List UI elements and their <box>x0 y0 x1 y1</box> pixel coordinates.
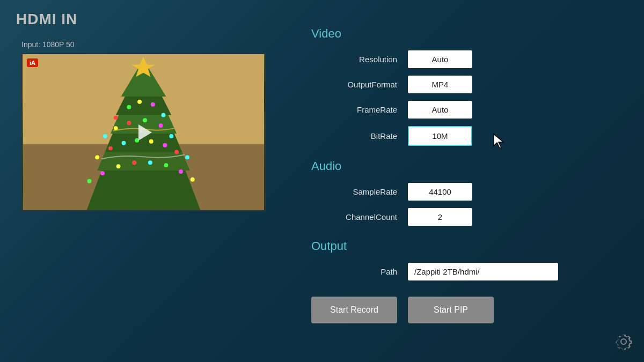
svg-point-23 <box>122 141 126 145</box>
output-section-header: Output <box>311 239 623 253</box>
ia-badge: iA <box>27 58 38 67</box>
bitrate-label: BitRate <box>311 131 408 141</box>
svg-point-30 <box>100 171 105 175</box>
outputformat-row: OutputFormat MP4 <box>311 76 623 93</box>
svg-point-22 <box>108 146 113 151</box>
svg-point-21 <box>95 155 99 159</box>
channelcount-row: ChannelCount 2 <box>311 208 623 226</box>
svg-point-32 <box>132 160 136 165</box>
outputformat-label: OutputFormat <box>311 80 408 89</box>
resolution-row: Resolution Auto <box>311 50 623 68</box>
path-row: Path /Zappiti 2TB/hdmi/ <box>311 263 623 280</box>
svg-point-11 <box>127 105 131 109</box>
page-title: HDMI IN <box>16 11 77 27</box>
header: HDMI IN <box>16 11 77 28</box>
video-section-header: Video <box>311 27 623 41</box>
path-label: Path <box>311 267 408 276</box>
svg-point-15 <box>103 134 107 138</box>
svg-point-29 <box>87 179 91 183</box>
framerate-row: FrameRate Auto <box>311 101 623 119</box>
resolution-value[interactable]: Auto <box>408 50 472 68</box>
svg-point-14 <box>162 113 166 117</box>
video-preview: iA <box>21 53 266 211</box>
svg-point-20 <box>169 134 173 138</box>
svg-point-35 <box>179 169 183 174</box>
play-icon <box>138 124 152 141</box>
input-label: Input: 1080P 50 <box>21 40 266 49</box>
channelcount-value[interactable]: 2 <box>408 208 472 226</box>
audio-section-header: Audio <box>311 159 623 173</box>
svg-point-12 <box>137 100 142 104</box>
resolution-label: Resolution <box>311 55 408 64</box>
samplerate-value[interactable]: 44100 <box>408 183 472 201</box>
right-panel: Video Resolution Auto OutputFormat MP4 F… <box>311 27 623 323</box>
gear-icon-container[interactable] <box>614 332 633 351</box>
svg-point-34 <box>164 163 168 167</box>
buttons-row: Start Record Start PIP <box>311 297 623 323</box>
samplerate-label: SampleRate <box>311 187 408 196</box>
samplerate-row: SampleRate 44100 <box>311 183 623 201</box>
start-record-button[interactable]: Start Record <box>311 297 397 323</box>
start-pip-button[interactable]: Start PIP <box>408 297 494 323</box>
svg-point-19 <box>159 123 163 128</box>
video-section: Video Resolution Auto OutputFormat MP4 F… <box>311 27 623 146</box>
svg-point-33 <box>148 160 152 165</box>
svg-point-13 <box>151 102 155 107</box>
path-value[interactable]: /Zappiti 2TB/hdmi/ <box>408 263 558 280</box>
framerate-value[interactable]: Auto <box>408 101 472 119</box>
play-button[interactable] <box>133 122 155 143</box>
outputformat-value[interactable]: MP4 <box>408 76 472 93</box>
svg-point-17 <box>127 121 131 125</box>
svg-point-31 <box>116 164 121 168</box>
svg-point-36 <box>191 178 195 182</box>
framerate-label: FrameRate <box>311 105 408 114</box>
svg-point-28 <box>185 155 189 159</box>
channelcount-label: ChannelCount <box>311 212 408 221</box>
bitrate-value[interactable]: 10M <box>408 126 472 146</box>
svg-point-27 <box>174 150 179 154</box>
svg-point-26 <box>163 143 167 147</box>
bitrate-row: BitRate 10M <box>311 126 623 146</box>
gear-icon <box>614 332 633 351</box>
audio-section: Audio SampleRate 44100 ChannelCount 2 <box>311 159 623 226</box>
svg-point-10 <box>114 115 118 120</box>
output-section: Output Path /Zappiti 2TB/hdmi/ <box>311 239 623 280</box>
video-preview-area: Input: 1080P 50 <box>21 40 266 211</box>
